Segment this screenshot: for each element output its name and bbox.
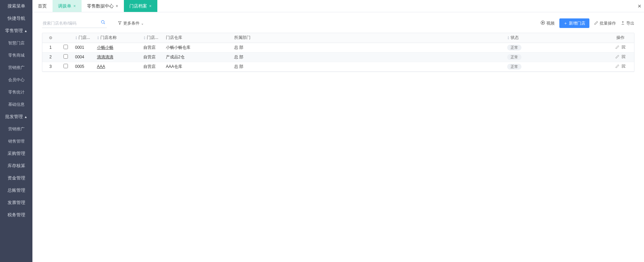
cell-type: 自营店 (141, 43, 163, 52)
sidebar-search-menu[interactable]: 搜索菜单 (0, 0, 32, 12)
th-dept: 所属部门 (231, 33, 504, 43)
search-input[interactable] (42, 18, 107, 28)
edit-row-icon[interactable] (615, 64, 619, 69)
svg-marker-2 (118, 21, 121, 25)
add-store-label: 新增门店 (569, 20, 585, 26)
play-circle-icon (541, 20, 545, 26)
edit-row-icon[interactable] (615, 55, 619, 60)
table-row[interactable]: 10001小畅小畅自营店小畅小畅仓库总 部正常 (42, 43, 634, 52)
svg-rect-11 (624, 55, 625, 56)
status-badge: 正常 (507, 54, 521, 60)
tabbar-close-all[interactable]: × (638, 0, 641, 12)
cell-index: 1 (42, 43, 59, 52)
cell-checkbox (59, 62, 72, 71)
cell-name: AAA (94, 62, 141, 71)
svg-rect-13 (624, 57, 625, 58)
th-ops: 操作 (607, 33, 634, 43)
svg-rect-16 (624, 64, 625, 66)
svg-rect-15 (622, 64, 624, 66)
edit-row-icon[interactable] (615, 45, 619, 50)
th-code[interactable]: ▲▼门店... (72, 33, 94, 43)
th-status[interactable]: ▲▼状态 (504, 33, 607, 43)
qrcode-icon[interactable] (621, 55, 626, 60)
tabbar: 首页 调拨单 × 零售数据中心 × 门店档案 × × (32, 0, 644, 12)
search-icon[interactable] (101, 20, 105, 26)
sort-icon: ▲▼ (507, 36, 510, 40)
cell-status: 正常 (504, 43, 607, 52)
sidebar-item-ledger[interactable]: 总账管理 (0, 184, 32, 196)
more-filters-button[interactable]: 更多条件 ⌄ (118, 20, 144, 26)
sidebar-group-wholesale[interactable]: 批发管理 ▲ (0, 111, 32, 123)
store-name-link[interactable]: 滴滴滴滴 (97, 55, 113, 59)
sidebar-item-marketing[interactable]: 营销推广 (0, 61, 32, 74)
table-row[interactable]: 20004滴滴滴滴自营店产成品2仓总 部正常 (42, 52, 634, 62)
table-row[interactable]: 30005AAA自营店AAA仓库总 部正常 (42, 62, 634, 71)
svg-line-1 (104, 23, 105, 24)
close-icon[interactable]: × (149, 4, 152, 9)
sidebar-group-retail[interactable]: 零售管理 ▲ (0, 25, 32, 37)
status-badge: 正常 (507, 64, 521, 70)
qrcode-icon[interactable] (621, 45, 626, 50)
store-name-link[interactable]: AAA (97, 64, 105, 69)
sidebar-item-tax[interactable]: 税务管理 (0, 209, 32, 221)
row-checkbox[interactable] (63, 45, 68, 49)
chevron-down-icon: ⌄ (141, 21, 144, 25)
sidebar-item-inventory[interactable]: 库存核算 (0, 160, 32, 172)
sidebar-group-retail-label: 零售管理 (5, 28, 23, 34)
svg-rect-9 (625, 48, 625, 49)
caret-up-icon: ▲ (24, 115, 28, 119)
th-settings[interactable]: ⚙ (42, 33, 59, 43)
sidebar-item-funds[interactable]: 资金管理 (0, 172, 32, 184)
svg-rect-12 (622, 57, 624, 58)
table-header-row: ⚙ ▲▼门店... ▲▼门店名称 ▲▼门店... 门店仓库 所属部门 ▲▼状态 … (42, 33, 634, 43)
add-store-button[interactable]: ＋ 新增门店 (559, 18, 589, 28)
sidebar-item-member-center[interactable]: 会员中心 (0, 74, 32, 86)
batch-ops-button[interactable]: 批量操作 (594, 20, 616, 26)
th-name[interactable]: ▲▼门店名称 (94, 33, 141, 43)
svg-rect-19 (625, 67, 625, 68)
close-icon[interactable]: × (73, 4, 76, 9)
export-button[interactable]: 导出 (621, 20, 634, 26)
row-checkbox[interactable] (63, 54, 68, 59)
cell-dept: 总 部 (231, 52, 504, 62)
th-code-label: 门店... (78, 35, 90, 40)
cell-code: 0004 (72, 52, 94, 62)
th-checkbox (59, 33, 72, 43)
sidebar-item-sales-mgmt[interactable]: 销售管理 (0, 135, 32, 147)
sidebar-item-invoice[interactable]: 发票管理 (0, 196, 32, 209)
tab-retail-data-center-label: 零售数据中心 (87, 3, 114, 9)
cell-warehouse: 小畅小畅仓库 (163, 43, 231, 52)
qrcode-icon[interactable] (621, 64, 626, 69)
th-type[interactable]: ▲▼门店... (141, 33, 163, 43)
store-name-link[interactable]: 小畅小畅 (97, 45, 113, 50)
cell-status: 正常 (504, 52, 607, 62)
close-icon[interactable]: × (116, 4, 118, 9)
caret-up-icon: ▲ (24, 29, 28, 33)
svg-rect-7 (622, 47, 624, 49)
tab-retail-data-center[interactable]: 零售数据中心 × (82, 0, 124, 12)
video-button[interactable]: 视频 (541, 20, 555, 26)
sidebar-item-purchase[interactable]: 采购管理 (0, 147, 32, 160)
tab-transfer-order[interactable]: 调拨单 × (53, 0, 82, 12)
funnel-icon (118, 21, 122, 26)
cell-warehouse: 产成品2仓 (163, 52, 231, 62)
sidebar-item-smart-store[interactable]: 智慧门店 (0, 37, 32, 49)
svg-rect-8 (624, 47, 625, 48)
sidebar-item-retail-mall[interactable]: 零售商城 (0, 49, 32, 61)
cell-dept: 总 部 (231, 62, 504, 71)
sidebar-item-retail-stats[interactable]: 零售统计 (0, 86, 32, 98)
th-warehouse: 门店仓库 (163, 33, 231, 43)
tab-home[interactable]: 首页 (32, 0, 53, 12)
sort-icon: ▲▼ (75, 36, 77, 40)
sidebar-item-wholesale-marketing[interactable]: 营销推广 (0, 123, 32, 135)
svg-marker-4 (542, 22, 543, 23)
svg-point-0 (101, 20, 104, 23)
tab-store-archive[interactable]: 门店档案 × (124, 0, 157, 12)
table: ⚙ ▲▼门店... ▲▼门店名称 ▲▼门店... 门店仓库 所属部门 ▲▼状态 … (42, 33, 634, 72)
cell-index: 3 (42, 62, 59, 71)
sort-icon: ▲▼ (97, 36, 99, 40)
cell-checkbox (59, 43, 72, 52)
row-checkbox[interactable] (63, 64, 68, 68)
sidebar-quick-nav[interactable]: 快捷导航 (0, 12, 32, 25)
sidebar-item-basic-info[interactable]: 基础信息 (0, 98, 32, 111)
